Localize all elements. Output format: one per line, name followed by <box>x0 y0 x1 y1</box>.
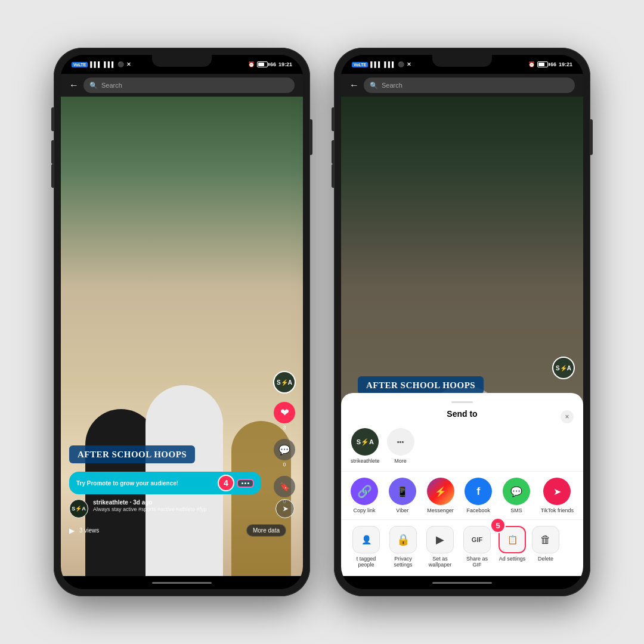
app-copy-link[interactable]: 🔗 Copy link <box>351 478 378 513</box>
battery-2 <box>537 61 548 67</box>
signal-icon-3: ▌▌▌ <box>370 61 382 67</box>
video-overlay-1: After school hoops Try Promote to grow y… <box>61 97 303 576</box>
share-icon-1: ➤ <box>283 505 288 513</box>
app-viber[interactable]: 📱 Viber <box>389 478 416 513</box>
sheet-apps-row: 🔗 Copy link 📱 Viber ⚡ Messenger f Facebo… <box>341 472 583 520</box>
search-placeholder-2: Search <box>382 82 402 89</box>
app-tiktok-friends[interactable]: ➤ TikTok friends <box>541 478 574 513</box>
contact-name-sa: strikeathlete <box>351 458 380 464</box>
delete-icon: 🗑 <box>532 526 559 553</box>
title-banner-1: After school hoops <box>69 445 195 463</box>
home-bar-2 <box>432 582 492 584</box>
action-privacy-settings[interactable]: 🔒 Privacy settings <box>388 526 419 568</box>
battery-label-1: 66 <box>270 61 276 67</box>
contact-avatar-sa: S⚡A <box>351 428 379 456</box>
contact-name-more: More <box>394 458 407 464</box>
action-set-wallpaper[interactable]: ▶ Set as wallpaper <box>425 526 456 568</box>
step-badge-4: 4 <box>218 475 234 491</box>
share-sheet: Send to × S⚡A strikeathlete <box>341 393 583 576</box>
signal-icon-1: ▌▌▌ <box>90 61 101 67</box>
views-text-1: 3 views <box>79 527 99 534</box>
privacy-settings-icon: 🔒 <box>389 526 417 553</box>
sheet-actions-row: 👤 t tagged people 🔒 Privacy settings ▶ S… <box>341 520 583 576</box>
video-title-2: After school hoops <box>366 380 475 390</box>
back-button-1[interactable]: ← <box>69 80 79 91</box>
user-avatar-1[interactable]: S⚡A <box>69 499 88 518</box>
search-bar-1: ← 🔍 Search <box>61 74 303 97</box>
home-indicator-1 <box>61 576 303 589</box>
volte-badge-1: VoLTE <box>72 62 88 67</box>
set-wallpaper-icon: ▶ <box>426 526 454 553</box>
promote-text-1: Try Promote to grow your audience! <box>76 480 178 487</box>
user-info-row-1: S⚡A strikeathlete · 3d ago Always stay a… <box>61 497 303 521</box>
avatar-right-2[interactable]: S⚡A <box>552 357 575 379</box>
viber-icon: 📱 <box>389 478 416 505</box>
sms-icon: 💬 <box>503 478 530 505</box>
time-2: 19:21 <box>559 61 572 67</box>
app-facebook[interactable]: f Facebook <box>465 478 492 513</box>
time-1: 19:21 <box>278 61 292 67</box>
facebook-label: Facebook <box>466 507 490 513</box>
sheet-close-button[interactable]: × <box>561 410 574 423</box>
viber-label: Viber <box>396 507 408 513</box>
app-sms[interactable]: 💬 SMS <box>503 478 530 513</box>
notch-1 <box>152 55 212 67</box>
contact-strikeathlete[interactable]: S⚡A strikeathlete <box>351 428 380 464</box>
tiktok-label: TikTok friends <box>541 507 574 513</box>
title-banner-2: After school hoops <box>358 376 484 394</box>
messenger-label: Messenger <box>427 507 454 513</box>
sheet-handle <box>451 401 473 403</box>
search-input-2[interactable]: 🔍 Search <box>364 78 575 93</box>
video-area-1[interactable]: S⚡A ❤ 3 💬 0 🔖 0 After school hoops <box>61 97 303 576</box>
more-dots-button-1[interactable] <box>237 479 254 488</box>
sheet-header: Send to × <box>341 409 583 425</box>
promote-bar-1: Try Promote to grow your audience! 4 <box>69 472 261 494</box>
play-icon-1: ▶ <box>69 527 75 535</box>
delete-label: Delete <box>538 556 553 562</box>
contact-avatar-more: ••• <box>387 428 414 456</box>
search-input-1[interactable]: 🔍 Search <box>83 78 295 93</box>
back-button-2[interactable]: ← <box>349 80 359 91</box>
action-tagged-people[interactable]: 👤 t tagged people <box>351 526 382 568</box>
action-ad-settings[interactable]: 📋 Ad settings 5 <box>499 526 526 568</box>
bottom-bar-1: ▶ 3 views More data <box>61 521 303 540</box>
privacy-settings-label: Privacy settings <box>388 556 419 568</box>
contact-more[interactable]: ••• More <box>387 428 414 464</box>
share-gif-label: Share as GIF <box>462 556 493 568</box>
x-icon-2: ✕ <box>407 61 411 67</box>
step-badge-5: 5 <box>490 518 506 533</box>
ad-settings-label: Ad settings <box>499 556 526 562</box>
tagged-people-label: t tagged people <box>351 556 382 568</box>
status-right-1: ⏰ 66 19:21 <box>248 61 292 67</box>
phone-1: VoLTE ▌▌▌ ▌▌▌ ⚫ ✕ ⏰ 66 19:21 ← 🔍 Search <box>54 48 310 596</box>
wifi-icon-2: ⚫ <box>398 61 404 67</box>
share-arrow-1[interactable]: ➤ <box>275 499 295 518</box>
user-avatar-label-1: S⚡A <box>72 506 86 512</box>
messenger-icon: ⚡ <box>427 478 454 505</box>
share-gif-icon: GIF <box>463 526 491 553</box>
status-left-2: VoLTE ▌▌▌ ▌▌▌ ⚫ ✕ <box>352 61 411 67</box>
tagged-people-icon: 👤 <box>352 526 380 553</box>
search-placeholder-1: Search <box>101 82 122 89</box>
username-1: strikeathlete · 3d ago <box>93 499 271 506</box>
user-text-1: strikeathlete · 3d ago Always stay activ… <box>93 499 271 513</box>
search-icon-1: 🔍 <box>89 82 98 89</box>
alarm-icon-1: ⏰ <box>248 61 255 67</box>
action-share-gif[interactable]: GIF Share as GIF <box>462 526 493 568</box>
x-icon-1: ✕ <box>126 61 131 67</box>
more-data-button-1[interactable]: More data <box>246 524 286 537</box>
battery-1 <box>257 61 268 67</box>
action-delete[interactable]: 🗑 Delete <box>532 526 559 568</box>
alarm-icon-2: ⏰ <box>528 61 535 67</box>
app-messenger[interactable]: ⚡ Messenger <box>427 478 454 513</box>
set-wallpaper-label: Set as wallpaper <box>425 556 456 568</box>
copy-link-icon: 🔗 <box>351 478 378 505</box>
contact-more-icon: ••• <box>397 438 404 445</box>
wifi-icon-1: ⚫ <box>117 61 124 67</box>
status-right-2: ⏰ 66 19:21 <box>528 61 572 67</box>
notch-2 <box>432 55 492 67</box>
phone-2-screen: VoLTE ▌▌▌ ▌▌▌ ⚫ ✕ ⏰ 66 19:21 ← 🔍 Search <box>341 55 583 589</box>
phone-1-screen: VoLTE ▌▌▌ ▌▌▌ ⚫ ✕ ⏰ 66 19:21 ← 🔍 Search <box>61 55 303 589</box>
home-indicator-2 <box>341 576 583 589</box>
copy-link-label: Copy link <box>353 507 375 513</box>
